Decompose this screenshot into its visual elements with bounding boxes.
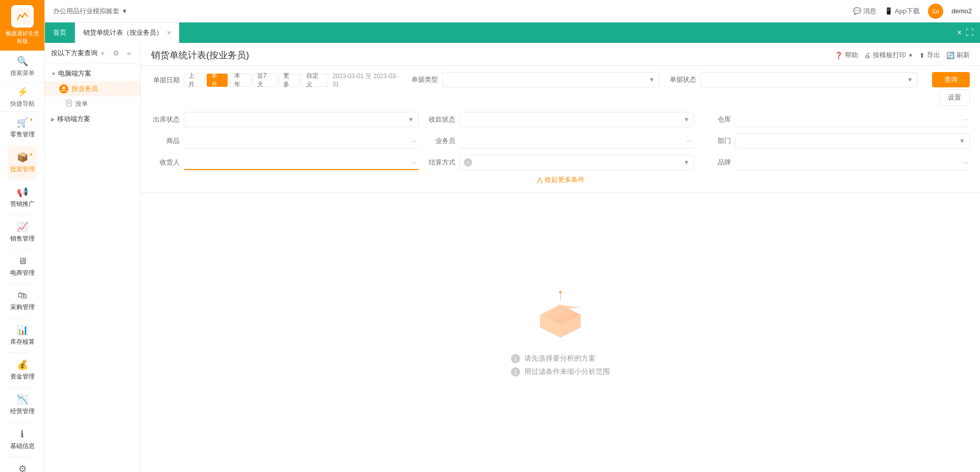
basic-label: 基础信息	[10, 442, 35, 451]
query-setting-btns: 查询 设置	[932, 72, 970, 106]
logo-text: 畅捷通好生意 标版	[4, 30, 40, 45]
warehouse-input[interactable]: ···	[735, 112, 970, 127]
active-tab-label: 销货单统计表（按业务员）	[83, 28, 163, 37]
setting-btn[interactable]: 设置	[939, 89, 970, 106]
sidebar-item-system[interactable]: ⚙ 系统管理	[8, 458, 37, 472]
settings-scheme-btn[interactable]: ⚙	[111, 48, 121, 58]
dropdown-arrow-icon: ▼	[121, 8, 128, 15]
last7days-tab[interactable]: 近7天	[253, 74, 277, 87]
more-date-tab[interactable]: 更多	[279, 74, 300, 87]
settlement-clear: ×	[464, 158, 472, 167]
settlement-select[interactable]: × ▼	[459, 155, 694, 170]
expand-icon[interactable]: ⛶	[966, 28, 974, 37]
topbar-left: 办公用品行业模拟账套 ▼	[53, 7, 128, 16]
svg-point-2	[63, 87, 65, 89]
help-label: 帮助	[845, 51, 858, 60]
sidebar-item-finance[interactable]: 💰 资金管理	[8, 354, 37, 386]
active-tab[interactable]: 销货单统计表（按业务员） ×	[75, 22, 179, 43]
sidebar-item-marketing[interactable]: 📢 营销推广	[8, 181, 37, 214]
doc-status-field: 单据状态 ▼	[668, 72, 918, 87]
sidebar: 畅捷通好生意 标版 🔍 搜索菜单 ⚡ 快捷导航 🛒 零售管理 ▲ 📦 批发管理 …	[0, 0, 45, 472]
dept-select[interactable]: ▼	[735, 133, 970, 149]
avatar[interactable]: Ea	[928, 4, 943, 19]
settlement-clear-btn[interactable]: ×	[464, 158, 472, 167]
mobile-group-label: 移动端方案	[57, 114, 90, 124]
brand-label: 品牌	[702, 158, 731, 167]
svg-rect-3	[66, 100, 71, 106]
sidebar-item-operation[interactable]: 📉 经营管理	[8, 389, 37, 421]
collapse-btn[interactable]: ⋀ 收起更多条件	[151, 173, 970, 186]
sales-icon: 📈	[17, 221, 28, 232]
this-month-tab[interactable]: 本月	[207, 74, 228, 87]
home-tab[interactable]: 首页	[45, 22, 75, 43]
filter-row-4: 收货人 ··· 结算方式 × ▼	[151, 155, 970, 170]
dept-label: 部门	[702, 136, 731, 146]
sidebar-item-sales[interactable]: 📈 销售管理	[8, 216, 37, 248]
sidebar-item-ecommerce[interactable]: 🖥 电商管理	[8, 251, 37, 282]
content-area: 按以下方案查询 + ⚙ « ▼ 电脑端方案	[45, 43, 980, 472]
sidebar-divider	[8, 249, 31, 250]
consignee-dots: ···	[411, 158, 416, 166]
salesperson-scheme-item[interactable]: 按业务员	[45, 81, 140, 97]
quicknav-label: 快捷导航	[10, 100, 35, 108]
tab-right-controls: × ⛶	[951, 28, 980, 37]
brand-input[interactable]: ···	[735, 155, 970, 170]
doc-status-select[interactable]: ▼	[700, 72, 918, 87]
sidebar-item-wholesale[interactable]: 📦 批发管理 ▲	[8, 147, 37, 179]
app-download-label: App下载	[895, 7, 920, 16]
sidebar-item-basic[interactable]: ℹ 基础信息	[8, 423, 37, 456]
sidebar-item-retail[interactable]: 🛒 零售管理 ▲	[8, 112, 37, 144]
empty-steps: 1 请先选择要分析的方案 2 用过滤条件来缩小分析范围	[511, 354, 610, 376]
desktop-group-arrow: ▼	[51, 71, 56, 77]
search-icon: 🔍	[17, 56, 28, 67]
retail-label: 零售管理	[10, 130, 35, 139]
step-2-label: 用过滤条件来缩小分析范围	[524, 367, 610, 376]
refresh-label: 刷新	[957, 51, 970, 60]
doc-status-label: 单据状态	[668, 75, 696, 84]
message-btn[interactable]: 💬 消息	[853, 7, 876, 16]
account-dropdown[interactable]: 办公用品行业模拟账套 ▼	[53, 7, 128, 16]
page-header: 销货单统计表(按业务员) ❓ 帮助 🖨 按模板打印 ▼ ⬆ 导出	[141, 43, 980, 66]
desktop-group-header[interactable]: ▼ 电脑端方案	[45, 66, 140, 81]
print-icon: 🖨	[864, 52, 871, 59]
tab-close-icon[interactable]: ×	[167, 29, 171, 37]
refresh-icon: 🔄	[946, 52, 954, 59]
order-scheme-item[interactable]: 按单	[45, 97, 140, 111]
left-panel-actions: + ⚙ «	[97, 48, 134, 58]
salesperson-field: 业务员 ···	[427, 133, 694, 149]
ecommerce-label: 电商管理	[10, 269, 35, 277]
consignee-input[interactable]: ···	[184, 155, 419, 170]
app-download-btn[interactable]: 📱 App下载	[885, 7, 920, 16]
goods-input[interactable]: ···	[184, 133, 419, 149]
refresh-btn[interactable]: 🔄 刷新	[946, 51, 970, 60]
right-panel: 销货单统计表(按业务员) ❓ 帮助 🖨 按模板打印 ▼ ⬆ 导出	[141, 43, 980, 472]
empty-step-1: 1 请先选择要分析的方案	[511, 354, 610, 363]
out-status-select[interactable]: ▼	[184, 112, 419, 127]
this-year-tab[interactable]: 本年	[230, 74, 251, 87]
export-btn[interactable]: ⬆ 导出	[919, 51, 940, 60]
sidebar-item-inventory[interactable]: 📊 库存核算	[8, 319, 37, 351]
quicknav-icon: ⚡	[17, 86, 28, 98]
step-1-num: 1	[511, 354, 520, 363]
last-month-tab[interactable]: 上月	[184, 74, 205, 87]
sidebar-quicknav-item[interactable]: ⚡ 快捷导航	[0, 83, 44, 112]
salesperson-scheme-label: 按业务员	[71, 84, 98, 93]
app-logo[interactable]: 畅捷通好生意 标版	[0, 0, 44, 51]
help-btn[interactable]: ❓ 帮助	[835, 51, 858, 60]
custom-date-tab[interactable]: 自定义	[302, 74, 328, 87]
salesperson-input[interactable]: ···	[459, 133, 694, 149]
sidebar-search-item[interactable]: 🔍 搜索菜单	[0, 51, 44, 83]
out-status-field: 出库状态 ▼	[151, 112, 419, 127]
mobile-group-header[interactable]: ▶ 移动端方案	[45, 111, 140, 127]
sidebar-item-purchase[interactable]: 🛍 采购管理	[8, 285, 37, 317]
consignee-field: 收货人 ···	[151, 155, 419, 170]
filter-row-3: 商品 ··· 业务员 ··· 部门	[151, 133, 970, 149]
logo-icon	[11, 5, 34, 28]
doc-type-select[interactable]: ▼	[442, 72, 659, 87]
close-right-icon[interactable]: ×	[957, 28, 962, 37]
print-btn[interactable]: 🖨 按模板打印 ▼	[864, 51, 913, 60]
collapse-panel-btn[interactable]: «	[124, 48, 134, 58]
query-btn[interactable]: 查询	[932, 72, 970, 87]
collect-status-select[interactable]: ▼	[459, 112, 694, 127]
add-scheme-btn[interactable]: +	[97, 48, 108, 58]
